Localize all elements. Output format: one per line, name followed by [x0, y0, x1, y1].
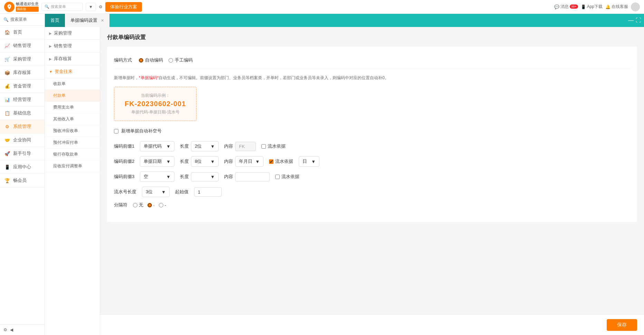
group-inventory[interactable]: ▶ 库存核算: [45, 53, 100, 65]
prefix3-serial-checkbox[interactable]: [275, 175, 280, 179]
sub-menu-payment[interactable]: 付款单: [45, 90, 100, 102]
top-search-box[interactable]: 🔍 搜索菜单: [41, 3, 83, 11]
auto-fill-label[interactable]: 新增单据自动补空号: [121, 128, 162, 134]
prefix2-serial-checkbox[interactable]: [269, 159, 273, 164]
main-wrapper: 首页 单据编码设置 ✕ — ⛶ ▶ 采购管理 ▶ 销售管理 ▶ 库存核算: [45, 14, 644, 335]
prefix2-content-select[interactable]: 年月日 ▼: [235, 156, 263, 167]
prefix2-content: 内容 年月日 ▼: [224, 156, 263, 167]
sub-menu-other-income[interactable]: 其他收入单: [45, 113, 100, 125]
sidebar-item-member[interactable]: 🏆 畅会员: [0, 174, 45, 187]
prefix2-select[interactable]: 单据日期 ▼: [140, 156, 174, 167]
chevron-down-icon: ▼: [49, 70, 52, 74]
serial-length-label: 流水号长度: [114, 189, 136, 195]
start-value-label: 起始值: [175, 189, 189, 195]
sep-dash[interactable]: -: [159, 203, 166, 208]
sub-menu-prepay-receipt[interactable]: 预收冲应收单: [45, 125, 100, 137]
sidebar-item-sales[interactable]: 📈 销售管理: [0, 39, 45, 53]
logo-icon: [4, 2, 15, 12]
messages-btn[interactable]: 💬 消息 99+: [554, 4, 578, 10]
sub-menu-prepay-pay[interactable]: 预付冲应付单: [45, 137, 100, 149]
chevron-down-icon-p2: ▼: [166, 159, 171, 164]
start-value-input[interactable]: [194, 187, 222, 197]
sidebar-search[interactable]: 🔍 搜索菜单: [0, 14, 45, 26]
sidebar-settings-btn[interactable]: ⚙: [3, 327, 7, 332]
logo-text: 畅通道好生意 插曲版: [16, 2, 39, 11]
avatar[interactable]: [631, 2, 640, 11]
sep-dot[interactable]: ·: [147, 203, 155, 208]
prefix1-length-select[interactable]: 2位 ▼: [191, 141, 219, 151]
serial-length-select[interactable]: 3位 ▼: [142, 187, 170, 197]
auto-fill-checkbox[interactable]: [114, 129, 118, 133]
prefix3-label: 编码前缀3: [114, 174, 134, 180]
sub-menu-expense[interactable]: 费用支出单: [45, 102, 100, 113]
sidebar-item-inventory[interactable]: 📦 库存核算: [0, 66, 45, 80]
prefix2-serial-unit-select[interactable]: 日 ▼: [299, 156, 319, 167]
chevron-right-icon3: ▶: [49, 57, 52, 61]
newbie-icon: 🚀: [4, 150, 10, 157]
sidebar-item-apps[interactable]: 📱 应用中心: [0, 160, 45, 174]
tab-home[interactable]: 首页: [45, 14, 65, 27]
industry-button[interactable]: 体验行业方案: [105, 2, 142, 12]
separator-row: 分隔符 无 · -: [114, 202, 630, 208]
chevron-down-icon-p2u: ▼: [311, 159, 316, 164]
finance-icon: 💰: [4, 83, 10, 89]
radio-manual-code[interactable]: 手工编码: [169, 57, 193, 63]
tab-expand-btn[interactable]: ⛶: [636, 17, 641, 24]
content-area: 付款单编码设置 编码方式 自动编码 手工编码: [100, 27, 644, 314]
app-download-btn[interactable]: 📱 App下载: [581, 4, 603, 10]
chevron-down-icon-p3l: ▼: [210, 174, 215, 179]
basic-icon: 📋: [4, 110, 10, 116]
chevron-right-icon2: ▶: [49, 44, 52, 48]
sidebar-item-basic[interactable]: 📋 基础信息: [0, 106, 45, 120]
settings-button[interactable]: ⚙: [99, 4, 103, 9]
code-preview-label: 当前编码示例：: [125, 93, 186, 99]
code-preview-sub: 单据代码-单据日期-流水号: [125, 109, 186, 115]
tab-minimize-btn[interactable]: —: [628, 17, 634, 24]
prefix2-length-select[interactable]: 8位 ▼: [191, 156, 219, 167]
sidebar-item-newbie[interactable]: 🚀 新手引导: [0, 147, 45, 160]
sidebar-item-system[interactable]: ⚙ 系统管理: [0, 120, 45, 133]
sidebar-item-purchase[interactable]: 🛒 采购管理: [0, 53, 45, 66]
chevron-down-icon-p2c: ▼: [255, 159, 260, 164]
sales-icon: 📈: [4, 43, 10, 49]
sub-menu-receivable-adjust[interactable]: 应收应付调整单: [45, 160, 100, 172]
top-bar: 畅通道好生意 插曲版 🔍 搜索菜单 ▼ ⚙ 体验行业方案 💬 消息 99+ 📱 …: [0, 0, 644, 14]
sidebar-item-home[interactable]: 🏠 首页: [0, 26, 45, 39]
separator-label: 分隔符: [114, 202, 127, 208]
prefix2-row: 编码前缀2 单据日期 ▼ 长度 8位 ▼: [114, 156, 630, 167]
group-capital[interactable]: ▼ 资金往来: [45, 65, 100, 78]
member-icon: 🏆: [4, 177, 10, 184]
sep-none[interactable]: 无: [133, 202, 143, 208]
dropdown-button[interactable]: ▼: [86, 3, 96, 11]
sub-menu-receipt[interactable]: 收款单: [45, 78, 100, 90]
sidebar-item-finance[interactable]: 💰 资金管理: [0, 80, 45, 93]
radio-group-encoding: 自动编码 手工编码: [139, 57, 193, 63]
sub-menu: ▶ 采购管理 ▶ 销售管理 ▶ 库存核算 ▼ 资金往来 收款单 付款单: [45, 27, 100, 335]
tab-serial-setting[interactable]: 单据编码设置 ✕: [65, 14, 109, 27]
prefix1-content: 内容: [224, 142, 256, 151]
prefix3-length-select[interactable]: ▼: [191, 172, 219, 182]
body-area: ▶ 采购管理 ▶ 销售管理 ▶ 库存核算 ▼ 资金往来 收款单 付款单: [45, 27, 644, 335]
radio-auto-code[interactable]: 自动编码: [139, 57, 163, 63]
group-purchase[interactable]: ▶ 采购管理: [45, 27, 100, 40]
apps-icon: 📱: [4, 164, 10, 170]
sep-options: 无 · -: [133, 202, 166, 208]
prefix1-serial-checkbox[interactable]: [261, 144, 266, 149]
tab-close-icon[interactable]: ✕: [101, 18, 104, 23]
prefix1-serial-check[interactable]: 流水依据: [261, 143, 286, 149]
prefix3-content-input[interactable]: [235, 172, 270, 182]
prefix2-serial-check[interactable]: 流水依据: [269, 158, 293, 165]
sidebar-collapse-btn[interactable]: ◀: [10, 327, 13, 332]
prefix2-length: 长度 8位 ▼: [180, 156, 219, 167]
prefix1-row: 编码前缀1 单据代码 ▼ 长度 2位 ▼: [114, 141, 630, 151]
save-button[interactable]: 保存: [607, 319, 637, 331]
prefix1-select[interactable]: 单据代码 ▼: [140, 141, 174, 151]
chevron-down-icon-p1l: ▼: [210, 144, 215, 149]
sidebar-item-operation[interactable]: 📊 经营管理: [0, 93, 45, 106]
prefix3-select[interactable]: 空 ▼: [140, 171, 174, 182]
group-sales[interactable]: ▶ 销售管理: [45, 40, 100, 53]
online-service-btn[interactable]: 🔔 在线客服: [605, 4, 628, 10]
sidebar-item-corp[interactable]: 🤝 企业协同: [0, 133, 45, 147]
sub-menu-bank[interactable]: 银行存取款单: [45, 149, 100, 160]
prefix3-serial-check[interactable]: 流水依据: [275, 174, 299, 180]
